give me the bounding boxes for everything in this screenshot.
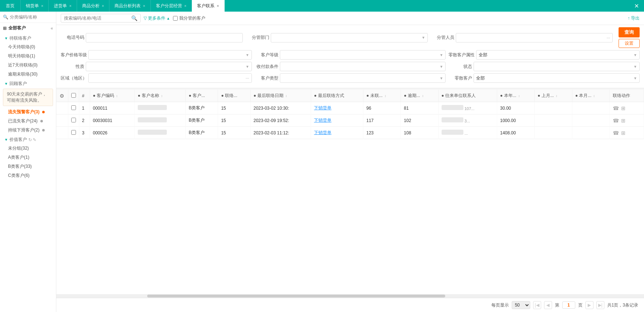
close-tab-customer-tier[interactable]: × — [184, 4, 186, 8]
td-last-month-1 — [535, 114, 572, 127]
contact-way-link-1[interactable]: 下销货单 — [314, 118, 331, 123]
contact-icon-0[interactable]: ☎ — [613, 105, 619, 111]
sidebar-item-class-a[interactable]: A类客户(1) — [0, 153, 56, 162]
page-end-label: 页 — [578, 302, 583, 308]
tab-purchase[interactable]: 进货单 × — [49, 0, 77, 12]
th-this-month[interactable]: ● 本月... ↕ — [572, 90, 609, 102]
prev-page-button[interactable]: ◀ — [544, 301, 552, 309]
last-page-button[interactable]: ▶| — [596, 301, 604, 309]
more-conditions-btn[interactable]: ▽ 更多条件 ▲ — [144, 15, 170, 21]
per-page-select[interactable]: 50 100 200 — [512, 301, 530, 309]
customer-type-select[interactable]: ▼ — [280, 73, 446, 83]
td-this-month-0 — [572, 102, 609, 114]
close-tab-sales[interactable]: × — [41, 4, 43, 8]
th-level[interactable]: ● 客户... — [186, 90, 218, 102]
close-tab-customer-contact[interactable]: × — [217, 4, 219, 8]
dept-select[interactable]: ▼ — [271, 33, 428, 42]
th-settings[interactable]: ⚙ — [56, 90, 68, 102]
gender-select[interactable]: ▼ — [86, 62, 252, 71]
contact-way-link-2[interactable]: 下销货单 — [314, 130, 331, 135]
td-this-month-2 — [572, 127, 609, 139]
sidebar-item-class-c[interactable]: C类客户(6) — [0, 171, 56, 180]
sidebar-item-ungroup[interactable]: 未分组(32) — [0, 144, 56, 153]
filter-gender: 性质 ▼ — [61, 62, 252, 71]
my-customers-checkbox[interactable] — [173, 16, 178, 21]
th-code[interactable]: ● 客户编码 ↕ — [90, 90, 135, 102]
page-input[interactable] — [562, 301, 575, 309]
row-checkbox-2[interactable] — [71, 130, 76, 135]
td-last-contact-way-1[interactable]: 下销货单 — [311, 114, 363, 127]
search-button[interactable]: 🔍 — [131, 15, 137, 21]
tab-product-analysis-list[interactable]: 商品分析列表 × — [109, 0, 150, 12]
th-this-year[interactable]: ● 本年... ↕ — [497, 90, 535, 102]
th-overdue[interactable]: ● 逾期... ↕ — [401, 90, 438, 102]
tab-customer-tier[interactable]: 客户分层经营 × — [151, 0, 192, 12]
th-last-contact-date[interactable]: ● 最后联络日期 ↕ — [250, 90, 311, 102]
refresh-value-icon[interactable]: ↻ — [28, 137, 32, 142]
person-select[interactable]: ··· — [456, 33, 613, 42]
first-page-button[interactable]: |◀ — [533, 301, 541, 309]
table-settings-icon[interactable]: ⚙ — [60, 93, 64, 99]
filter-actions: 查询 设置 — [619, 27, 640, 48]
row-checkbox-0[interactable] — [71, 105, 76, 110]
sidebar-item-already-lost[interactable]: 已流失客户(24) — [0, 117, 56, 126]
td-code-1: 00030031 — [90, 114, 135, 127]
sidebar-item-tomorrow-pending[interactable]: 明天待联络(1) — [0, 52, 56, 61]
contact-icon-1[interactable]: ☎ — [613, 118, 619, 123]
price-level-select[interactable]: ▼ — [88, 50, 252, 60]
th-not-contact[interactable]: ● 未联... ↕ — [363, 90, 401, 102]
td-code-2: 000026 — [90, 127, 135, 139]
tab-home[interactable]: 首页 — [0, 0, 21, 12]
sidebar-item-declining[interactable]: 持续下滑客户(2) — [0, 126, 56, 135]
tab-product-analysis[interactable]: 商品分析 × — [77, 0, 109, 12]
next-page-button[interactable]: ▶ — [585, 301, 593, 309]
close-tab-product-analysis-list[interactable]: × — [143, 4, 145, 8]
row-checkbox-1[interactable] — [71, 118, 76, 122]
scrollbar-thumb[interactable] — [147, 295, 445, 297]
contact-way-link-0[interactable]: 下销货单 — [314, 105, 331, 110]
horizontal-scrollbar[interactable] — [56, 294, 644, 298]
more-action-icon-2[interactable]: ⊞ — [621, 130, 625, 136]
customer-level-select[interactable]: ▼ — [280, 50, 446, 60]
close-tab-purchase[interactable]: × — [69, 4, 71, 8]
th-last-contact-way[interactable]: ● 最后联络方式 — [311, 90, 363, 102]
th-contact[interactable]: ● 联络... — [218, 90, 250, 102]
search-input[interactable] — [64, 16, 131, 21]
th-unit-contact[interactable]: ● 往来单位联系人 — [438, 90, 497, 102]
sidebar-item-today-pending[interactable]: 今天待联络(0) — [0, 42, 56, 52]
value-group-label[interactable]: ▼ 价值客户 ↻ ✎ — [0, 135, 56, 144]
td-last-contact-way-0[interactable]: 下销货单 — [311, 102, 363, 114]
sidebar-search-input[interactable] — [10, 15, 53, 20]
th-name[interactable]: ● 客户名称 ↕ — [135, 90, 186, 102]
lost-group-label[interactable]: ▼ 回顾客户 — [0, 79, 56, 88]
settings-button[interactable]: 设置 — [619, 39, 640, 48]
sidebar-item-class-b[interactable]: B类客户(33) — [0, 162, 56, 171]
edit-value-icon[interactable]: ✎ — [33, 137, 36, 142]
tab-customer-contact[interactable]: 客户联系 × — [192, 0, 224, 12]
sidebar-all-customers-header[interactable]: ⊞ 全部客户 « — [0, 23, 56, 33]
contact-icon-2[interactable]: ☎ — [613, 130, 619, 136]
select-all-checkbox[interactable] — [71, 93, 76, 98]
td-last-contact-date-1: 2023-02-09 19:52: — [250, 114, 311, 127]
more-action-icon-1[interactable]: ⊞ — [621, 118, 625, 123]
more-action-icon-0[interactable]: ⊞ — [621, 105, 625, 111]
region-select[interactable]: ··· — [88, 73, 252, 83]
unit-contact-blurred-1 — [442, 117, 463, 122]
tab-sales[interactable]: 销货单 × — [21, 0, 49, 12]
phone-input[interactable] — [86, 33, 243, 42]
zero-attr-select[interactable]: 全部 ▼ — [476, 50, 640, 60]
window-close-button[interactable]: ✕ — [629, 3, 644, 9]
my-customers-filter[interactable]: 我分管的客户 — [173, 15, 205, 21]
status-select[interactable]: ▼ — [474, 62, 640, 71]
query-button[interactable]: 查询 — [619, 27, 640, 37]
th-last-month[interactable]: ● 上月... ↕ — [535, 90, 572, 102]
sidebar-item-week-pending[interactable]: 近7天待联络(0) — [0, 61, 56, 70]
close-tab-product-analysis[interactable]: × — [102, 4, 104, 8]
export-button[interactable]: ↑ 导出 — [628, 15, 640, 21]
sidebar-item-warning-lost[interactable]: 流失预警客户(3) — [0, 108, 56, 117]
zero-customer-select[interactable]: 全部 ▼ — [474, 73, 640, 83]
payment-select[interactable]: ▼ — [280, 62, 446, 71]
sidebar-item-overdue-pending[interactable]: 逾期未联络(30) — [0, 70, 56, 79]
td-last-contact-way-2[interactable]: 下销货单 — [311, 127, 363, 139]
pending-group-label[interactable]: ▼ 待联络客户 — [0, 33, 56, 42]
